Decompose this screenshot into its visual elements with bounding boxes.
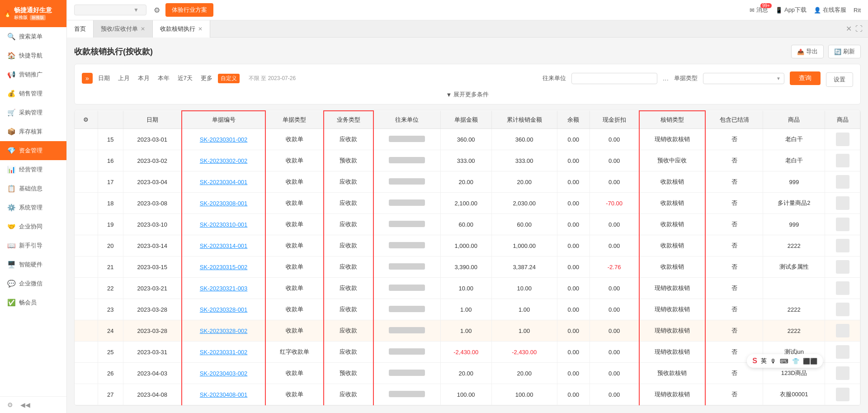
topbar-dropdown-arrow[interactable]: ▼ (133, 7, 139, 13)
sidebar-item-wechat[interactable]: 💬 企业微信 (0, 274, 66, 293)
sidebar-item-system[interactable]: ⚙️ 系统管理 (0, 198, 66, 217)
table-row[interactable]: 23 2023-03-28 SK-20230328-001 收款单 应收款 1.… (75, 299, 860, 320)
message-button[interactable]: ✉ 消息 99+ (750, 6, 768, 14)
sidebar-item-purchase[interactable]: 🛒 采购管理 (0, 103, 66, 122)
cell-bill-no[interactable]: SK-20230302-002 (182, 150, 265, 171)
date-custom-btn[interactable]: 自定义 (218, 74, 240, 83)
watermark-icon1: 🎙 (770, 358, 776, 365)
th-gear[interactable]: ⚙ (75, 111, 98, 129)
tab-advance-close[interactable]: ✕ (141, 26, 145, 32)
cell-bill-no[interactable]: SK-20230321-003 (182, 278, 265, 299)
table-row[interactable]: 24 2023-03-28 SK-20230328-002 收款单 应收款 1.… (75, 320, 860, 342)
cell-bill-no[interactable]: SK-20230403-002 (182, 363, 265, 384)
cell-bill-no[interactable]: SK-20230301-002 (182, 129, 265, 150)
sidebar-item-marketing[interactable]: 📢 营销推广 (0, 65, 66, 84)
cell-bill-no[interactable]: SK-20230328-002 (182, 320, 265, 342)
cell-bill-type: 收款单 (265, 320, 323, 342)
cell-bill-amount: 1.00 (440, 299, 491, 320)
table-row[interactable]: 19 2023-03-10 SK-20230310-001 收款单 应收款 60… (75, 214, 860, 235)
cell-bill-no[interactable]: SK-20230310-001 (182, 214, 265, 235)
sidebar-item-guide[interactable]: 📖 新手引导 (0, 236, 66, 255)
watermark-text: 英 (761, 357, 767, 365)
settings-bottom-btn[interactable]: ⚙ (7, 401, 13, 408)
cell-bill-no[interactable]: SK-20230308-001 (182, 193, 265, 214)
sidebar-item-member[interactable]: ✅ 畅会员 (0, 293, 66, 312)
topbar-search-input[interactable] (79, 7, 133, 13)
table-row[interactable]: 21 2023-03-15 SK-20230315-002 收款单 应收款 3,… (75, 256, 860, 278)
expand-conditions-button[interactable]: ▼ 展开更多条件 (446, 90, 489, 99)
sidebar-item-hardware[interactable]: 🖥️ 智能硬件 (0, 255, 66, 274)
topbar-gear-icon[interactable]: ⚙ (154, 6, 160, 14)
table-row[interactable]: 27 2023-04-08 SK-20230408-001 收款单 应收款 10… (75, 384, 860, 405)
sidebar-item-operations[interactable]: 📊 经营管理 (0, 160, 66, 179)
online-service-button[interactable]: 👤 在线客服 (814, 6, 846, 14)
sidebar-item-sales[interactable]: 💰 销售管理 (0, 84, 66, 103)
table-row[interactable]: 17 2023-03-04 SK-20230304-001 收款单 应收款 20… (75, 171, 860, 193)
date-btn-this-year[interactable]: 本年 (155, 73, 172, 83)
cell-cash-discount: 0.00 (590, 299, 639, 320)
table-row[interactable]: 16 2023-03-02 SK-20230302-002 收款单 预收款 33… (75, 150, 860, 171)
sidebar-item-basic[interactable]: 📋 基础信息 (0, 179, 66, 198)
table-row[interactable]: 20 2023-03-14 SK-20230314-001 收款单 应收款 1,… (75, 235, 860, 256)
sidebar-item-search[interactable]: 🔍 搜索菜单 (0, 27, 66, 46)
hardware-icon: 🖥️ (7, 261, 15, 269)
solution-button[interactable]: 体验行业方案 (165, 3, 213, 17)
table-row[interactable]: 25 2023-03-31 SK-20230331-002 红字收款单 应收款 … (75, 342, 860, 363)
cell-biz-type: 应收款 (324, 235, 373, 256)
cell-seq: 22 (98, 278, 123, 299)
cell-bill-no[interactable]: SK-20230315-002 (182, 256, 265, 278)
query-button[interactable]: 查询 (790, 71, 821, 85)
topbar-search-wrap[interactable]: ▼ (74, 5, 146, 15)
cell-accum-writeoff: 100.00 (491, 405, 557, 406)
cell-include-settled: 否 (705, 150, 763, 171)
maximize-window-icon[interactable]: ⛶ (855, 25, 863, 33)
date-btn-this-month[interactable]: 本月 (135, 73, 152, 83)
sidebar-item-quick[interactable]: 🏠 快捷导航 (0, 46, 66, 65)
cell-accum-writeoff: 10.00 (491, 278, 557, 299)
tab-home[interactable]: 首页 (67, 20, 94, 38)
cell-include-settled: 否 (705, 235, 763, 256)
tab-writeoff[interactable]: 收款核销执行 ✕ (153, 20, 210, 38)
date-btn-last-month[interactable]: 上月 (115, 73, 132, 83)
date-btn-more[interactable]: 更多 (198, 73, 215, 83)
table-row[interactable]: 28 2023-04-18 SK-20230418-001 收款单 应收款 10… (75, 405, 860, 406)
refresh-button[interactable]: 🔄 刷新 (828, 45, 861, 58)
cell-bill-type: 红字收款单 (265, 342, 323, 363)
cell-include-settled: 否 (705, 214, 763, 235)
table-row[interactable]: 22 2023-03-21 SK-20230321-003 收款单 应收款 10… (75, 278, 860, 299)
collapse-btn[interactable]: ◀◀ (20, 401, 30, 408)
table-row[interactable]: 15 2023-03-01 SK-20230301-002 收款单 应收款 36… (75, 129, 860, 150)
cell-bill-no[interactable]: SK-20230408-001 (182, 384, 265, 405)
close-window-icon[interactable]: ✕ (846, 24, 852, 33)
cell-seq: 18 (98, 193, 123, 214)
export-button[interactable]: 📤 导出 (791, 45, 824, 58)
cell-bill-no[interactable]: SK-20230314-001 (182, 235, 265, 256)
cell-gear (75, 214, 98, 235)
cell-product2 (825, 193, 860, 214)
settings-button[interactable]: 设置 (826, 72, 853, 87)
table-row[interactable]: 26 2023-04-03 SK-20230403-002 收款单 预收款 20… (75, 363, 860, 384)
tab-advance[interactable]: 预收/应收付单 ✕ (94, 20, 153, 38)
user-avatar[interactable]: Rit (854, 7, 861, 14)
partner-dots[interactable]: ... (663, 74, 669, 82)
bill-type-select[interactable] (703, 73, 784, 84)
cell-bill-no[interactable]: SK-20230328-001 (182, 299, 265, 320)
filter-toggle-button[interactable]: » (82, 73, 93, 84)
th-biz-type: 业务类型 (324, 111, 373, 129)
cell-bill-no[interactable]: SK-20230304-001 (182, 171, 265, 193)
cell-bill-no[interactable]: SK-20230418-001 (182, 405, 265, 406)
sidebar-item-enterprise[interactable]: 🤝 企业协同 (0, 217, 66, 236)
tab-writeoff-close[interactable]: ✕ (198, 26, 203, 32)
cell-cash-discount: -70.00 (590, 193, 639, 214)
cell-accum-writeoff: 100.00 (491, 384, 557, 405)
date-btn-last7days[interactable]: 近7天 (175, 73, 195, 83)
cell-partner (373, 384, 441, 405)
cell-bill-no[interactable]: SK-20230331-002 (182, 342, 265, 363)
partner-input[interactable] (571, 73, 657, 84)
sidebar-item-finance[interactable]: 💎 资金管理 (0, 141, 66, 160)
table-row[interactable]: 18 2023-03-08 SK-20230308-001 收款单 应收款 2,… (75, 193, 860, 214)
cell-accum-writeoff: 3,387.24 (491, 256, 557, 278)
app-download-button[interactable]: 📱 App下载 (775, 6, 807, 14)
cell-product: 多计量商品2 (763, 193, 825, 214)
sidebar-item-inventory[interactable]: 📦 库存核算 (0, 122, 66, 141)
